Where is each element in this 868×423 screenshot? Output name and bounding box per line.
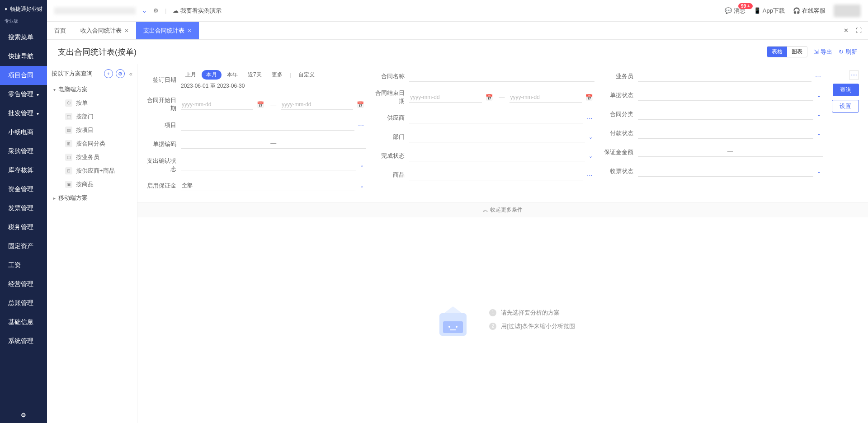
chevron-down-icon[interactable]: ⌄ bbox=[358, 162, 366, 168]
date-range-pill[interactable]: 本月 bbox=[202, 70, 222, 80]
tree-leaf[interactable]: ⏱按单 bbox=[52, 96, 132, 110]
invoice-status-select[interactable] bbox=[638, 166, 813, 177]
fullscreen-icon[interactable]: ⛶ bbox=[854, 25, 863, 36]
pay-status-select[interactable] bbox=[638, 128, 813, 139]
svg-point-3 bbox=[448, 326, 450, 328]
nav-item[interactable]: 经营管理 bbox=[0, 275, 47, 294]
tree-leaf[interactable]: ◫按业务员 bbox=[52, 150, 132, 164]
collapse-panel-icon[interactable]: « bbox=[129, 70, 132, 77]
messages-button[interactable]: 💬 消息 99 + bbox=[725, 7, 745, 15]
nav-item[interactable]: 固定资产 bbox=[0, 237, 47, 256]
nav-item[interactable]: 资金管理 bbox=[0, 180, 47, 199]
tree-group[interactable]: ▾电脑端方案 bbox=[52, 83, 132, 96]
tree-leaf[interactable]: ⊡按供应商+商品 bbox=[52, 164, 132, 178]
nav-item[interactable]: 发票管理 bbox=[0, 199, 47, 218]
nav-item[interactable]: 零售管理▾ bbox=[0, 85, 47, 104]
chevron-down-icon[interactable]: ⌄ bbox=[587, 153, 594, 159]
dept-select[interactable] bbox=[409, 132, 585, 142]
nav-item[interactable]: 搜索菜单 bbox=[0, 28, 47, 47]
project-input[interactable] bbox=[181, 120, 354, 131]
calendar-icon[interactable]: 📅 bbox=[355, 101, 366, 108]
chevron-down-icon[interactable]: ⌄ bbox=[815, 93, 823, 99]
refresh-button[interactable]: ↻ 刷新 bbox=[839, 48, 857, 56]
close-icon[interactable]: ✕ bbox=[124, 28, 129, 34]
export-button[interactable]: ⇲ 导出 bbox=[814, 48, 832, 56]
margin-amount-input[interactable]: — bbox=[638, 148, 823, 157]
close-icon[interactable]: ✕ bbox=[187, 28, 192, 34]
close-all-tabs-icon[interactable]: ✕ bbox=[842, 25, 850, 36]
tab[interactable]: 首页 bbox=[47, 22, 73, 39]
date-range-pill[interactable]: 更多 bbox=[267, 70, 287, 80]
start-date-to-input[interactable] bbox=[281, 99, 353, 110]
calendar-icon[interactable]: 📅 bbox=[255, 101, 266, 108]
tab[interactable]: 收入合同统计表✕ bbox=[73, 22, 136, 39]
date-range-pill[interactable]: 近7天 bbox=[243, 70, 266, 80]
tree-leaf[interactable]: ▤按项目 bbox=[52, 123, 132, 137]
end-date-from-input[interactable] bbox=[409, 92, 481, 103]
end-date-to-input[interactable] bbox=[509, 92, 582, 103]
nav-item[interactable]: 总账管理 bbox=[0, 294, 47, 313]
dropdown-icon[interactable]: ⌄ bbox=[142, 7, 147, 14]
query-button[interactable]: 查询 bbox=[833, 84, 859, 96]
chevron-down-icon[interactable]: ⌄ bbox=[815, 131, 823, 136]
calendar-icon[interactable]: 📅 bbox=[584, 94, 594, 101]
nav-item[interactable]: 项目合同 bbox=[0, 66, 47, 85]
nav-item[interactable]: 税务管理 bbox=[0, 218, 47, 237]
chevron-down-icon[interactable]: ⌄ bbox=[815, 112, 823, 118]
more-icon[interactable]: ⋯ bbox=[585, 115, 594, 122]
more-icon[interactable]: ⋯ bbox=[356, 122, 366, 129]
phone-icon: 📱 bbox=[754, 7, 761, 14]
gear-icon[interactable]: ⚙ bbox=[153, 7, 159, 14]
user-avatar[interactable] bbox=[834, 5, 861, 17]
scheme-settings-button[interactable]: ⚙ bbox=[116, 69, 125, 78]
tree-leaf[interactable]: ⬚按部门 bbox=[52, 110, 132, 123]
more-icon[interactable]: ⋯ bbox=[585, 172, 594, 179]
empty-illustration bbox=[430, 300, 476, 345]
view-table-button[interactable]: 表格 bbox=[767, 47, 787, 57]
add-scheme-button[interactable]: + bbox=[104, 69, 113, 78]
app-download-button[interactable]: 📱 App下载 bbox=[754, 7, 785, 15]
date-range-pill[interactable]: 本年 bbox=[222, 70, 242, 80]
collapse-filters-button[interactable]: ︽ 收起更多条件 bbox=[137, 202, 868, 217]
view-chart-button[interactable]: 图表 bbox=[787, 47, 807, 57]
nav-item[interactable]: 基础信息 bbox=[0, 313, 47, 332]
tab[interactable]: 支出合同统计表✕ bbox=[136, 22, 199, 39]
date-range-pill[interactable]: 上月 bbox=[181, 70, 201, 80]
doc-status-select[interactable] bbox=[638, 90, 813, 101]
finish-status-select[interactable] bbox=[409, 151, 585, 161]
contract-name-input[interactable] bbox=[409, 71, 594, 82]
chevron-down-icon[interactable]: ⌄ bbox=[358, 183, 366, 189]
contract-class-select[interactable] bbox=[638, 109, 813, 120]
nav-item[interactable]: 采购管理 bbox=[0, 142, 47, 161]
scheme-type-icon: ⊞ bbox=[65, 140, 72, 147]
nav-item[interactable]: 库存核算 bbox=[0, 161, 47, 180]
chevron-down-icon[interactable]: ⌄ bbox=[587, 134, 594, 140]
doc-code-input[interactable]: — bbox=[181, 140, 366, 149]
tree-leaf[interactable]: ⊞按合同分类 bbox=[52, 137, 132, 150]
company-selector[interactable] bbox=[54, 7, 136, 14]
demo-link[interactable]: ☁ 我要看实例演示 bbox=[173, 7, 222, 15]
label-pay-status: 付款状态 bbox=[604, 129, 638, 137]
nav-item[interactable]: 批发管理▾ bbox=[0, 104, 47, 123]
goods-input[interactable] bbox=[409, 170, 583, 180]
nav-item[interactable]: 快捷导航 bbox=[0, 47, 47, 66]
filter-settings-button[interactable]: 设置 bbox=[832, 100, 859, 113]
nav-settings-icon[interactable]: ⚙ bbox=[0, 407, 47, 423]
tree-group[interactable]: ▸移动端方案 bbox=[52, 191, 132, 205]
empty-state: 1请先选择要分析的方案 2用[过滤]条件来缩小分析范围 bbox=[137, 221, 868, 423]
supplier-input[interactable] bbox=[409, 113, 583, 123]
online-service-button[interactable]: 🎧 在线客服 bbox=[793, 7, 826, 15]
calendar-icon[interactable]: 📅 bbox=[484, 94, 495, 101]
deposit-enable-select[interactable] bbox=[181, 181, 356, 191]
start-date-from-input[interactable] bbox=[181, 99, 253, 110]
salesperson-input[interactable] bbox=[638, 71, 811, 82]
date-custom-button[interactable]: 自定义 bbox=[294, 70, 319, 80]
expand-fields-button[interactable]: ⋯ bbox=[849, 70, 859, 80]
nav-item[interactable]: 系统管理 bbox=[0, 332, 47, 351]
nav-item[interactable]: 小畅电商 bbox=[0, 123, 47, 142]
confirm-status-select[interactable] bbox=[181, 160, 356, 170]
tree-leaf[interactable]: ▣按商品 bbox=[52, 178, 132, 191]
chevron-down-icon[interactable]: ⌄ bbox=[815, 169, 823, 174]
more-icon[interactable]: ⋯ bbox=[813, 73, 823, 80]
nav-item[interactable]: 工资 bbox=[0, 256, 47, 275]
